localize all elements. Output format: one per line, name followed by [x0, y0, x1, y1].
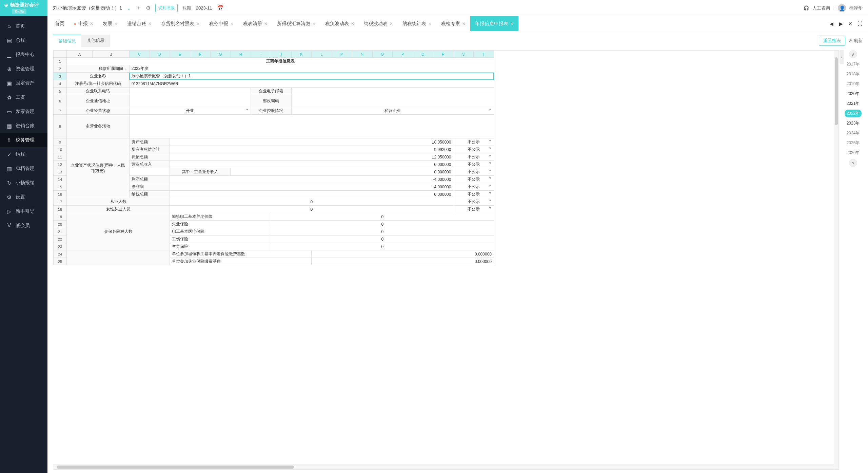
row-header[interactable]: 23 — [54, 243, 67, 250]
col-header[interactable]: C — [129, 51, 150, 58]
nav-item[interactable]: V畅会员 — [0, 219, 47, 233]
nav-item[interactable]: ៙税务管理 — [0, 133, 47, 147]
tab-close-icon[interactable]: ✕ — [264, 21, 268, 26]
nav-item[interactable]: ⚙设置 — [0, 190, 47, 204]
col-header[interactable]: S — [453, 51, 474, 58]
tab-close-icon[interactable]: ✕ — [312, 21, 316, 26]
tab[interactable]: 存货别名对照表✕ — [156, 16, 204, 31]
year-down-icon[interactable]: ∨ — [849, 159, 857, 167]
col-header[interactable]: B — [93, 51, 130, 58]
year-item[interactable]: 2021年 — [845, 100, 862, 108]
year-item[interactable]: 2018年 — [845, 70, 862, 78]
cell-value[interactable]: 0.000000 — [170, 161, 453, 168]
holding-select[interactable]: 私营企业 — [291, 107, 494, 115]
year-item[interactable]: 2023年 — [845, 119, 862, 127]
tab-close-icon[interactable]: ✕ — [428, 21, 432, 26]
year-panel-collapse[interactable]: ‹ — [840, 50, 844, 64]
tab[interactable]: 所得税汇算清缴✕ — [272, 16, 320, 31]
tab[interactable]: 进销台账✕ — [122, 16, 156, 31]
cell-value[interactable]: 0.000000 — [312, 250, 494, 258]
row-header[interactable]: 5 — [54, 88, 67, 95]
tab-close-icon[interactable]: ✕ — [510, 21, 514, 26]
nav-item[interactable]: ↻小畅报销 — [0, 176, 47, 190]
cell-value[interactable]: 12.050000 — [170, 153, 453, 161]
col-header[interactable]: T — [474, 51, 494, 58]
row-header[interactable]: 14 — [54, 176, 67, 183]
calendar-icon[interactable]: 📅 — [217, 5, 224, 11]
year-up-icon[interactable]: ∧ — [849, 50, 857, 58]
col-header[interactable]: A — [67, 51, 93, 58]
user-name[interactable]: 徐泽华 — [849, 5, 863, 11]
publicity-select[interactable]: 不公示 — [453, 183, 494, 191]
nav-item[interactable]: ✿工资 — [0, 90, 47, 105]
tab[interactable]: 纳税波动表✕ — [359, 16, 398, 31]
cell-value[interactable]: 0 — [271, 243, 494, 250]
tab-close-icon[interactable]: ✕ — [390, 21, 393, 26]
tab[interactable]: 年报信息申报表✕ — [470, 16, 518, 31]
tab[interactable]: 税检专家✕ — [436, 16, 470, 31]
row-header[interactable]: 9 — [54, 138, 67, 146]
year-item[interactable]: 2026年 — [845, 149, 862, 157]
row-header[interactable]: 3 — [54, 73, 67, 80]
cell-value[interactable]: -4.000000 — [170, 176, 453, 183]
year-item[interactable]: 2024年 — [845, 129, 862, 137]
nav-item[interactable]: ▭发票管理 — [0, 105, 47, 119]
tab-close-icon[interactable]: ✕ — [114, 21, 118, 26]
cell-value[interactable]: -4.000000 — [170, 183, 453, 191]
publicity-select[interactable]: 不公示 — [453, 153, 494, 161]
cell-value[interactable]: 0 — [170, 206, 453, 213]
cell-value[interactable] — [129, 115, 494, 138]
subtab[interactable]: 其他信息 — [81, 35, 110, 47]
avatar[interactable]: 👤 — [838, 4, 846, 12]
row-header[interactable]: 13 — [54, 168, 67, 176]
nav-item[interactable]: ✓结账 — [0, 147, 47, 162]
cell-value[interactable]: 0 — [170, 198, 453, 206]
tab-close-icon[interactable]: ✕ — [230, 21, 234, 26]
status-select[interactable]: 开业 — [129, 107, 251, 115]
nav-item[interactable]: ⊕资金管理 — [0, 62, 47, 76]
tabs-next-icon[interactable]: ▶ — [837, 20, 845, 28]
cell-value[interactable] — [291, 95, 494, 107]
subtab[interactable]: 基础信息 — [53, 35, 81, 47]
publicity-select[interactable]: 不公示 — [453, 146, 494, 153]
vertical-scrollbar[interactable] — [834, 51, 839, 469]
cell-value[interactable]: 0 — [271, 221, 494, 228]
tab[interactable]: 税负波动表✕ — [320, 16, 359, 31]
row-header[interactable]: 19 — [54, 213, 67, 221]
tabs-prev-icon[interactable]: ◀ — [827, 20, 835, 28]
publicity-select[interactable]: 不公示 — [453, 138, 494, 146]
col-header[interactable]: G — [210, 51, 231, 58]
reset-report-button[interactable]: 重置报表 — [819, 36, 845, 46]
year-item[interactable]: 2025年 — [845, 139, 862, 147]
col-header[interactable] — [54, 51, 67, 58]
row-header[interactable]: 22 — [54, 235, 67, 243]
company-name-cell[interactable]: 刘小艳演示账套（勿删勿动！）1 — [129, 73, 494, 80]
cell-value[interactable] — [129, 168, 170, 176]
row-header[interactable]: 16 — [54, 191, 67, 198]
publicity-select[interactable]: 不公示 — [453, 168, 494, 176]
tab[interactable]: 纳税统计表✕ — [398, 16, 436, 31]
row-header[interactable]: 6 — [54, 95, 67, 107]
row-header[interactable]: 4 — [54, 80, 67, 88]
nav-item[interactable]: ⌂首页 — [0, 19, 47, 33]
year-item[interactable]: 2017年 — [845, 60, 862, 68]
col-header[interactable]: L — [312, 51, 332, 58]
nav-item[interactable]: ▦进销台账 — [0, 119, 47, 133]
refresh-button[interactable]: ⟳ 刷新 — [849, 38, 863, 44]
cell-value[interactable]: 0.000000 — [170, 191, 453, 198]
row-header[interactable]: 18 — [54, 206, 67, 213]
col-header[interactable]: Q — [413, 51, 433, 58]
cell-value[interactable]: 9.992000 — [170, 146, 453, 153]
row-header[interactable]: 12 — [54, 161, 67, 168]
col-header[interactable]: H — [231, 51, 251, 58]
row-header[interactable]: 7 — [54, 107, 67, 115]
tab[interactable]: ●申报✕ — [69, 16, 98, 31]
tab[interactable]: 税务申报✕ — [204, 16, 238, 31]
row-header[interactable]: 2 — [54, 65, 67, 73]
publicity-select[interactable]: 不公示 — [453, 206, 494, 213]
year-item[interactable]: 2022年 — [845, 110, 862, 117]
tabs-close-all-icon[interactable]: ✕ — [846, 20, 854, 28]
tab-close-icon[interactable]: ✕ — [90, 21, 93, 26]
publicity-select[interactable]: 不公示 — [453, 176, 494, 183]
tab[interactable]: 首页 — [50, 16, 69, 31]
